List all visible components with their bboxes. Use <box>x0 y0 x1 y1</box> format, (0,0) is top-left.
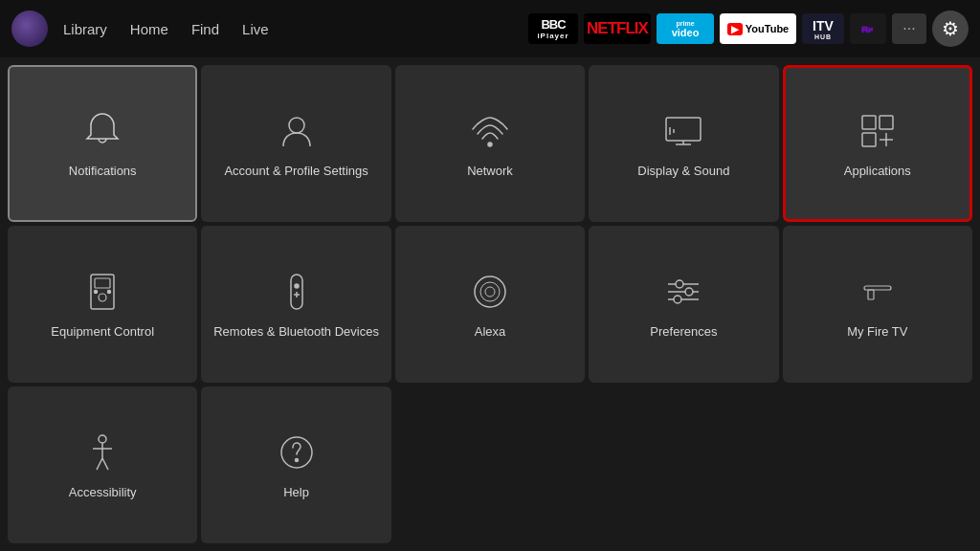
svg-point-18 <box>674 296 681 303</box>
svg-point-12 <box>295 284 299 288</box>
tile-notifications-label: Notifications <box>69 164 137 180</box>
svg-point-8 <box>99 294 106 301</box>
app-netflix[interactable]: NETFLIX <box>584 13 651 44</box>
tile-remotes-label: Remotes & Bluetooth Devices <box>213 324 379 341</box>
alexa-icon <box>467 269 513 315</box>
tile-equipment-control[interactable]: Equipment Control <box>8 226 197 383</box>
tile-preferences-label: Preferences <box>650 324 717 341</box>
settings-grid: Notifications Account & Profile Settings… <box>0 57 980 551</box>
tile-network[interactable]: Network <box>395 65 585 222</box>
nav-library[interactable]: Library <box>63 21 107 37</box>
tile-applications[interactable]: Applications <box>783 65 972 222</box>
help-icon <box>274 430 320 475</box>
firetv-icon <box>855 269 901 315</box>
svg-point-13 <box>475 276 505 307</box>
tile-my-fire-tv[interactable]: My Fire TV <box>783 226 972 383</box>
svg-rect-2 <box>666 118 701 141</box>
display-icon <box>660 108 706 154</box>
nav-links: Library Home Find Live <box>63 21 269 37</box>
svg-point-16 <box>676 280 683 288</box>
tile-accessibility[interactable]: Accessibility <box>8 386 197 543</box>
svg-rect-5 <box>862 133 876 146</box>
svg-point-9 <box>95 290 98 293</box>
app-shortcuts: BBC iPlayer NETFLIX prime video ▶ YouTub… <box>528 11 969 47</box>
more-apps-button[interactable]: ··· <box>892 13 926 44</box>
accessibility-icon <box>79 430 125 475</box>
svg-rect-7 <box>95 278 110 288</box>
account-icon <box>274 108 320 154</box>
app-bbc-iplayer[interactable]: BBC iPlayer <box>528 13 578 44</box>
nav-find[interactable]: Find <box>191 21 219 37</box>
app-itv[interactable]: ITV HUB <box>802 13 844 44</box>
svg-point-14 <box>480 282 500 301</box>
tile-display-sound-label: Display & Sound <box>637 164 729 180</box>
nav-live[interactable]: Live <box>242 21 269 37</box>
svg-point-15 <box>485 287 495 297</box>
tile-alexa[interactable]: Alexa <box>395 226 585 383</box>
bell-icon <box>79 108 125 154</box>
svg-point-1 <box>488 143 492 146</box>
sliders-icon <box>660 269 706 315</box>
app-youtube[interactable]: ▶ YouTube <box>720 13 796 44</box>
svg-point-0 <box>289 118 304 133</box>
tile-preferences[interactable]: Preferences <box>589 226 778 383</box>
tile-alexa-label: Alexa <box>475 324 506 341</box>
svg-point-17 <box>685 288 693 296</box>
svg-point-10 <box>108 290 111 293</box>
user-avatar[interactable] <box>11 11 48 47</box>
tile-equipment-label: Equipment Control <box>51 324 154 341</box>
equipment-icon <box>79 269 125 315</box>
wifi-icon <box>467 108 513 154</box>
tile-help-label: Help <box>283 485 309 501</box>
svg-rect-20 <box>868 290 874 299</box>
tile-help[interactable]: Help <box>201 386 390 543</box>
svg-rect-19 <box>864 286 891 290</box>
nav-home[interactable]: Home <box>130 21 168 37</box>
app-prime-video[interactable]: prime video <box>657 13 714 44</box>
tile-account-profile[interactable]: Account & Profile Settings <box>201 65 390 222</box>
gear-icon: ⚙ <box>942 17 959 40</box>
applications-icon <box>855 108 901 154</box>
settings-button[interactable]: ⚙ <box>932 11 969 47</box>
svg-rect-3 <box>862 116 876 129</box>
tile-remotes-bluetooth[interactable]: Remotes & Bluetooth Devices <box>201 226 390 383</box>
tile-applications-label: Applications <box>844 164 911 180</box>
tile-accessibility-label: Accessibility <box>69 485 137 501</box>
tile-network-label: Network <box>467 164 513 180</box>
svg-point-23 <box>295 458 298 461</box>
tile-display-sound[interactable]: Display & Sound <box>589 65 778 222</box>
svg-point-21 <box>99 435 106 443</box>
top-navigation: Library Home Find Live BBC iPlayer NETFL… <box>0 0 980 57</box>
app-channel4[interactable] <box>850 13 886 44</box>
remote-icon <box>274 269 320 315</box>
svg-rect-4 <box>880 116 893 129</box>
tile-notifications[interactable]: Notifications <box>8 65 197 222</box>
tile-my-fire-tv-label: My Fire TV <box>847 324 907 341</box>
tile-account-label: Account & Profile Settings <box>224 164 368 180</box>
